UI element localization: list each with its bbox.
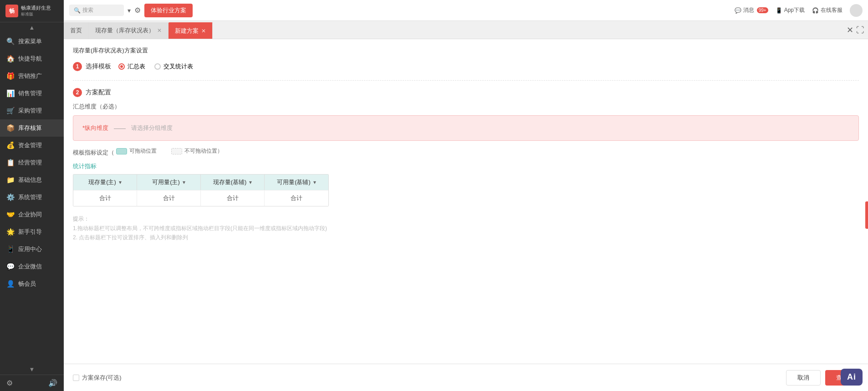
sidebar-item-app-center[interactable]: 📱 应用中心 [0,241,64,258]
stats-col-1-chevron[interactable]: ▾ [183,179,185,185]
tab-home[interactable]: 首页 [64,22,89,39]
basic-info-icon: 📁 [6,176,15,184]
topbar-left: 🔍 搜索 ▾ ⚙ 体验行业方案 [69,4,731,17]
online-service-button[interactable]: 🎧 在线客服 [812,6,842,14]
topbar-gear-icon[interactable]: ⚙ [134,6,141,15]
dimension-placeholder: 请选择分组维度 [131,124,173,132]
stats-cell-2: 合计 [201,190,265,206]
sidebar-item-operations[interactable]: 📋 经营管理 [0,154,64,171]
cancel-button[interactable]: 取消 [786,370,821,386]
sidebar-scroll-up[interactable]: ▲ [0,22,64,33]
sidebar-item-inventory[interactable]: 📦 库存核算 [0,119,64,137]
user-avatar[interactable] [850,4,863,17]
draggable-legend-box [116,148,127,154]
radio-cross-label: 交叉统计表 [163,62,193,71]
sidebar-item-newbie[interactable]: 🌟 新手引导 [0,223,64,241]
dimension-dash: —— [114,125,126,132]
stats-col-1[interactable]: 可用量(主) ▾ [137,175,201,190]
dropdown-arrow[interactable]: ▾ [128,7,131,14]
app-download-label: App下载 [784,6,805,14]
stats-col-2-label: 现存量(基辅) [213,178,247,186]
inventory-icon: 📦 [6,124,15,132]
save-checkbox-label: 方案保存(可选) [82,374,122,382]
summary-dimension-label: 汇总维度（必选） [73,103,859,111]
tabs-expand-button[interactable]: ⛶ [856,25,864,35]
sidebar: 畅 畅康通好生意 标准版 ▲ 🔍 搜索菜单 🏠 快捷导航 🎁 营销推广 📊 销售… [0,0,64,391]
sidebar-scroll-down[interactable]: ▼ [0,364,64,375]
sidebar-item-wechat[interactable]: 💬 企业微信 [0,258,64,275]
sidebar-item-quick-nav[interactable]: 🏠 快捷导航 [0,50,64,67]
tips-title: 提示： [73,215,859,223]
message-label: 消息 [743,6,754,14]
checkbox-box [73,375,79,381]
step1-section: 1 选择模板 汇总表 交叉统计表 [73,62,859,71]
tab-new-plan[interactable]: 新建方案 ✕ [168,22,213,39]
topbar-search[interactable]: 🔍 搜索 [69,5,124,16]
stats-cell-3: 合计 [265,190,328,206]
sidebar-item-label: 库存核算 [18,124,42,132]
sidebar-item-label: 企业微信 [18,262,42,271]
search-placeholder: 搜索 [82,6,93,14]
app-download-button[interactable]: 📱 App下载 [776,6,805,14]
bottom-bar: 方案保存(可选) 取消 查询 [64,364,868,391]
sidebar-item-search-menu[interactable]: 🔍 搜索菜单 [0,33,64,50]
radio-summary-circle [118,63,125,70]
service-label: 在线客服 [821,6,842,14]
message-button[interactable]: 💬 消息 99+ [735,6,768,14]
volume-icon[interactable]: 🔊 [48,379,57,387]
not-draggable-legend-text: 不可拖动位置） [184,147,223,155]
logo-icon: 畅 [5,5,18,17]
sidebar-item-purchase[interactable]: 🛒 采购管理 [0,102,64,119]
stats-col-3-chevron[interactable]: ▾ [313,179,316,185]
ai-badge[interactable]: Ai [841,369,863,386]
tab-inventory-close[interactable]: ✕ [157,27,162,34]
sidebar-item-system[interactable]: ⚙️ 系统管理 [0,189,64,206]
sidebar-item-label: 搜索菜单 [18,37,42,46]
settings-icon[interactable]: ⚙ [6,379,13,387]
stats-col-3[interactable]: 可用量(基辅) ▾ [265,175,328,190]
step2-header: 2 方案配置 [73,88,859,97]
stats-col-1-label: 可用量(主) [152,178,180,186]
dimension-row[interactable]: *纵向维度 —— 请选择分组维度 [73,115,859,141]
tabs-close-button[interactable]: ✕ [847,25,853,35]
app-badge: 标准版 [21,11,51,17]
stats-section: 统计指标 现存量(主) ▾ 可用量(主) ▾ [73,162,859,208]
draggable-legend-item: 可拖动位置 [116,147,157,155]
stats-col-2[interactable]: 现存量(基辅) ▾ [201,175,265,190]
stats-cell-1: 合计 [137,190,201,206]
sidebar-item-label: 快捷导航 [18,55,42,63]
step2-badge: 2 [73,88,82,97]
app-name: 畅康通好生意 [21,5,51,11]
search-icon: 🔍 [74,7,81,14]
newbie-icon: 🌟 [6,228,15,236]
message-icon: 💬 [735,7,741,14]
ai-badge-text: Ai [847,372,856,381]
sidebar-item-marketing[interactable]: 🎁 营销推广 [0,67,64,85]
radio-cross[interactable]: 交叉统计表 [154,62,193,71]
sidebar-item-enterprise[interactable]: 🤝 企业协同 [0,206,64,223]
radio-cross-circle [154,63,161,70]
topbar: 🔍 搜索 ▾ ⚙ 体验行业方案 💬 消息 99+ 📱 App下载 🎧 在线客服 [64,0,868,21]
sidebar-bottom: ⚙ 🔊 [0,375,64,391]
industry-plan-button[interactable]: 体验行业方案 [144,4,193,17]
radio-summary[interactable]: 汇总表 [118,62,145,71]
sidebar-item-sales[interactable]: 📊 销售管理 [0,85,64,102]
sidebar-item-label: 新手引导 [18,228,42,236]
sidebar-item-basic-info[interactable]: 📁 基础信息 [0,171,64,189]
stats-col-0[interactable]: 现存量(主) ▾ [73,175,137,190]
stats-label: 统计指标 [73,162,859,170]
stats-col-2-chevron[interactable]: ▾ [249,179,252,185]
stats-col-0-chevron[interactable]: ▾ [119,179,122,185]
sidebar-item-label: 营销推广 [18,72,42,80]
sidebar-item-label: 销售管理 [18,89,42,98]
tab-inventory-status[interactable]: 现存量（库存状况表） ✕ [89,22,168,39]
sidebar-item-label: 畅会员 [18,280,36,288]
not-draggable-legend-item: 不可拖动位置） [171,147,223,155]
sidebar-item-member[interactable]: 👤 畅会员 [0,275,64,293]
tab-new-plan-close[interactable]: ✕ [201,28,206,34]
save-checkbox[interactable]: 方案保存(可选) [73,374,122,382]
not-draggable-legend-box [171,148,182,154]
sidebar-item-finance[interactable]: 💰 资金管理 [0,137,64,154]
template-options: 汇总表 交叉统计表 [118,62,193,71]
page-title: 现存量(库存状况表)方案设置 [73,46,859,55]
